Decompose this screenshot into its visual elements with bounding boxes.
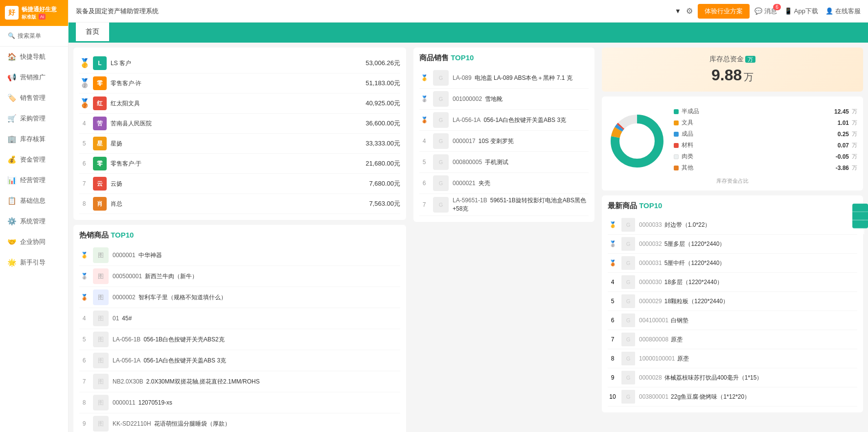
sidebar-logo[interactable]: 好 畅捷通好生意 标准版 Ai — [0, 0, 68, 26]
legend-dot — [674, 109, 679, 114]
system-dropdown[interactable]: ▼ — [675, 7, 681, 15]
svg-text:G: G — [439, 96, 443, 102]
product-code: 0000001 — [113, 252, 136, 259]
rank-number: 7 — [79, 378, 89, 385]
customer-top10-card: 🥇 L LS 客户 53,006.26元 🥈 零 零售客户·许 51,183.0 — [73, 48, 406, 220]
sidebar-item-company[interactable]: 🤝 企业协同 — [0, 232, 68, 252]
top-tabs: 首页 — [69, 23, 868, 43]
content-area: 🥇 L LS 客户 53,006.26元 🥈 零 零售客户·许 51,183.0 — [69, 43, 868, 432]
donut-container: 半成品 12.45 万 文具 1.01 万 成品 — [608, 107, 857, 175]
customer-amount: 33,333.00元 — [365, 139, 400, 148]
svg-text:图: 图 — [98, 420, 104, 427]
hot-product-top10-card: 热销商品 TOP10 🥇 图 0000001中华神器 🥈 — [73, 225, 406, 432]
sidebar-item-base[interactable]: 📋 基础信息 — [0, 191, 68, 211]
product-code: 0000021 — [453, 180, 476, 187]
float-buttons: 客服热线 服务社区 直播 — [852, 204, 868, 229]
guide-icon: 🌟 — [7, 258, 16, 267]
hot-product-title: 热销商品 TOP10 — [79, 231, 400, 240]
app-download-button[interactable]: 📱 App下载 — [784, 7, 818, 16]
product-image: G — [433, 70, 449, 86]
rank-number: 4 — [608, 279, 617, 286]
gear-icon[interactable]: ⚙ — [686, 6, 693, 16]
rank-number: 10 — [608, 393, 617, 400]
svg-text:G: G — [439, 159, 443, 165]
product-code: 000500001 — [113, 273, 142, 280]
svg-point-37 — [620, 124, 654, 158]
rank-number: 4 — [419, 138, 429, 144]
experience-button[interactable]: 体验行业方案 — [698, 4, 750, 19]
avatar: 苦 — [93, 117, 107, 130]
legend-unit: 万 — [852, 164, 857, 171]
sidebar-item-guide[interactable]: 🌟 新手引导 — [0, 252, 68, 273]
rank-number: 🥇 — [608, 221, 617, 228]
nav-label: 快捷导航 — [20, 52, 46, 61]
list-item: 🥈 G 001000002雪地靴 — [419, 89, 589, 110]
finance-icon: 💰 — [7, 155, 16, 164]
float-btn-community[interactable]: 服务社区 — [852, 212, 868, 220]
rank-number: 6 — [79, 160, 89, 167]
list-item: 4 G 000003018多层（1220*2440） — [608, 273, 857, 292]
product-code: 01 — [113, 315, 119, 322]
sidebar-item-operation[interactable]: 📊 经营管理 — [0, 170, 68, 191]
sales-icon: 🏷️ — [7, 94, 16, 102]
base-icon: 📋 — [7, 196, 16, 205]
product-image: G — [621, 371, 635, 384]
product-name: 000002918颗粒板（1220*2440） — [639, 297, 857, 306]
list-item: 4 图 0145# — [79, 308, 400, 329]
legend-unit: 万 — [852, 142, 857, 149]
rank-number: 🥇 — [79, 58, 89, 69]
sidebar-item-finance[interactable]: 💰 资金管理 — [0, 149, 68, 170]
sidebar-item-sales[interactable]: 🏷️ 销售管理 — [0, 88, 68, 108]
float-btn-live[interactable]: 直播 — [852, 220, 868, 229]
rank-number: 🥉 — [79, 98, 89, 109]
logo-badge: Ai — [39, 14, 46, 20]
table-row: 5 星 星扬 33,333.00元 — [79, 134, 400, 154]
medal-silver-icon: 🥈 — [421, 96, 428, 102]
sidebar-nav: 🏠 快捷导航 📢 营销推广 🏷️ 销售管理 🛒 采购管理 🏢 库存核算 💰 资金… — [0, 47, 68, 432]
product-info: LA-089电池盖 LA-089 ABS本色＋黑种 7.1 克 — [453, 74, 589, 82]
svg-text:G: G — [439, 180, 443, 186]
product-image: G — [621, 352, 635, 365]
sidebar-item-marketing[interactable]: 📢 营销推广 — [0, 67, 68, 88]
legend-list: 半成品 12.45 万 文具 1.01 万 成品 — [674, 107, 857, 175]
rank-number: 5 — [419, 159, 429, 166]
product-image: G — [433, 154, 449, 170]
product-image: 图 — [93, 395, 109, 410]
list-item: 🥇 G 0000033封边带（1.0*22） — [608, 216, 857, 235]
tab-home[interactable]: 首页 — [76, 23, 109, 43]
sidebar-item-inventory[interactable]: 🏢 库存核算 — [0, 129, 68, 149]
sidebar-item-purchase[interactable]: 🛒 采购管理 — [0, 108, 68, 129]
legend-dot — [674, 154, 679, 159]
customer-amount: 53,006.26元 — [365, 59, 400, 68]
svg-text:图: 图 — [98, 399, 104, 406]
inventory-value-display: 9.88 万 — [609, 66, 856, 84]
search-menu-button[interactable]: 🔍 搜索菜单 — [5, 30, 63, 42]
message-button[interactable]: 💬 消息 6 — [754, 7, 777, 16]
svg-text:G: G — [626, 375, 631, 381]
product-image: 图 — [93, 289, 109, 305]
product-info: 0145# — [113, 315, 400, 322]
legend-item: 肉类 -0.05 万 — [674, 152, 857, 161]
product-sales-top10-card: 商品销售 TOP10 🥇 G LA-089电池盖 LA-089 ABS本色＋黑种… — [413, 48, 594, 222]
list-item: 🥉 G LA-056-1A056-1A白色按键开关盖ABS 3克 — [419, 110, 589, 131]
product-image: G — [621, 333, 635, 346]
product-image: 图 — [93, 353, 109, 368]
table-row: 🥇 L LS 客户 53,006.26元 — [79, 53, 400, 73]
online-service-button[interactable]: 👤 在线客服 — [825, 7, 861, 16]
avatar: 零 — [93, 76, 107, 90]
list-item: 6 G 0000021夹壳 — [419, 173, 589, 194]
svg-text:G: G — [626, 317, 631, 323]
product-code: 0000011 — [113, 399, 136, 406]
customer-name: 云扬 — [111, 180, 365, 188]
product-info: LA-056-1A056-1A白色按键开关盖ABS 3克 — [113, 357, 400, 365]
service-icon: 👤 — [825, 7, 833, 15]
sidebar-item-quick-nav[interactable]: 🏠 快捷导航 — [0, 47, 68, 67]
list-item: 🥉 图 0000002智利车子里（规格不知道填什么） — [79, 287, 400, 308]
sidebar-item-system[interactable]: ⚙️ 系统管理 — [0, 211, 68, 232]
float-btn-service[interactable]: 客服热线 — [852, 204, 868, 212]
system-icon: ⚙️ — [7, 217, 16, 226]
product-info: 0000021夹壳 — [453, 179, 589, 188]
rank-number: 🥈 — [79, 273, 89, 280]
list-item: 9 G 0000028体械荔枝味苏打饮品400毫升（1*15） — [608, 368, 857, 387]
product-code: LA-59651-1B — [453, 197, 487, 204]
